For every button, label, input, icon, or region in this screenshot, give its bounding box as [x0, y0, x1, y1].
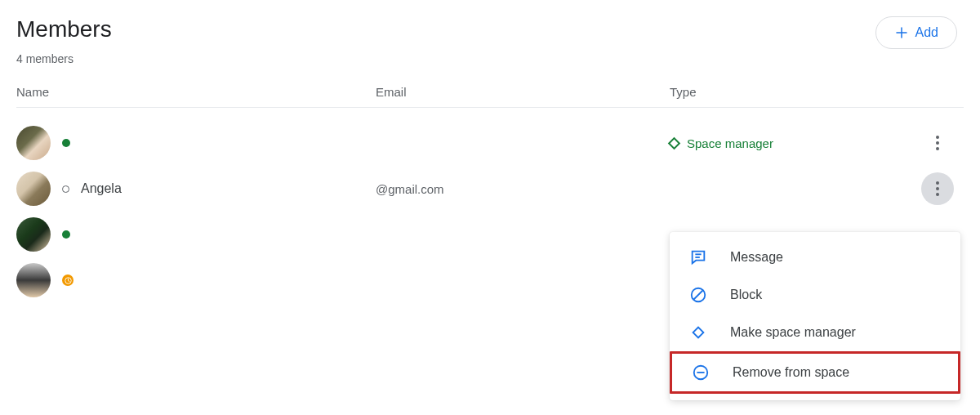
- menu-item-remove[interactable]: Remove from space: [670, 351, 960, 394]
- remove-icon: [692, 364, 710, 382]
- column-headers: Name Email Type: [16, 85, 964, 108]
- menu-item-block[interactable]: Block: [670, 276, 960, 314]
- page-title: Members: [16, 16, 112, 42]
- role-badge: Space manager: [670, 136, 773, 150]
- more-vert-icon: [936, 136, 939, 150]
- more-button[interactable]: [921, 127, 954, 159]
- table-row: Space manager: [16, 119, 964, 165]
- menu-item-label: Remove from space: [733, 365, 849, 380]
- diamond-icon: [668, 136, 681, 149]
- column-email: Email: [376, 85, 670, 99]
- avatar[interactable]: [16, 126, 51, 160]
- presence-active-icon: [62, 230, 70, 239]
- member-actions-menu: Message Block Make space manager Remove …: [670, 232, 960, 400]
- avatar[interactable]: [16, 217, 51, 252]
- plus-icon: [894, 25, 909, 40]
- add-button-label: Add: [915, 25, 938, 40]
- member-email: @gmail.com: [376, 182, 670, 196]
- avatar[interactable]: [16, 263, 51, 297]
- diamond-icon: [689, 324, 707, 341]
- message-icon: [689, 248, 707, 266]
- column-type: Type: [670, 85, 964, 99]
- menu-item-label: Block: [730, 288, 762, 302]
- block-icon: [689, 286, 707, 304]
- menu-item-label: Message: [730, 250, 783, 265]
- menu-item-message[interactable]: Message: [670, 239, 960, 276]
- add-button[interactable]: Add: [875, 16, 957, 49]
- presence-active-icon: [62, 139, 70, 147]
- member-name: Angela: [81, 181, 122, 196]
- menu-item-make-manager[interactable]: Make space manager: [670, 314, 960, 351]
- more-button[interactable]: [921, 172, 954, 205]
- avatar[interactable]: [16, 172, 51, 206]
- table-row: Angela @gmail.com: [16, 165, 964, 211]
- more-vert-icon: [936, 181, 939, 196]
- column-name: Name: [16, 85, 376, 99]
- member-count: 4 members: [16, 52, 112, 65]
- menu-item-label: Make space manager: [730, 325, 856, 340]
- role-label: Space manager: [687, 136, 773, 150]
- svg-line-6: [694, 291, 703, 300]
- presence-idle-icon: [62, 274, 74, 286]
- presence-unknown-icon: [62, 185, 69, 193]
- svg-rect-7: [693, 328, 704, 338]
